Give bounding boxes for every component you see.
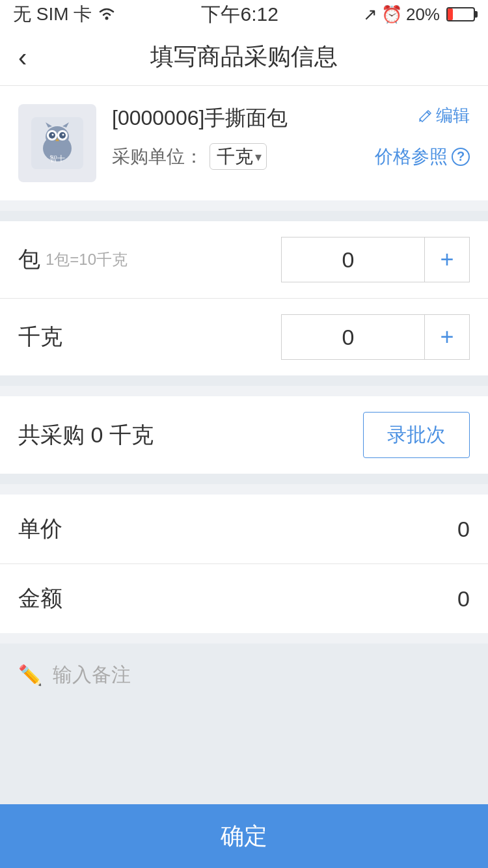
unit-select[interactable]: 千克 — [210, 143, 267, 170]
amount-value: 0 — [457, 586, 470, 612]
status-left: 无 SIM 卡 — [13, 2, 116, 27]
unit-price-value: 0 — [457, 517, 470, 542]
svg-text:智十: 智十 — [49, 154, 65, 163]
price-section: 单价 0 金额 0 — [0, 495, 488, 633]
bag-plus-button[interactable]: + — [424, 237, 470, 282]
summary-section: 共采购 0 千克 录批次 — [0, 396, 488, 474]
amount-row: 金额 0 — [0, 564, 488, 633]
bag-label: 包 — [18, 245, 40, 275]
svg-point-9 — [62, 134, 64, 136]
svg-point-8 — [52, 134, 54, 136]
kg-quantity-input[interactable] — [281, 314, 424, 360]
product-top-row: [0000006]手撕面包 编辑 — [112, 104, 470, 133]
product-name: [0000006]手撕面包 — [112, 104, 288, 133]
bag-quantity-input[interactable] — [281, 237, 424, 282]
price-ref-label: 价格参照 — [375, 144, 448, 169]
nav-bar: ‹ 填写商品采购信息 — [0, 29, 488, 86]
purchase-unit-label: 采购单位： — [112, 144, 203, 169]
location-icon: ↗ — [363, 5, 377, 25]
section-divider-1 — [0, 211, 488, 221]
bag-input-row: 包 1包=10千克 + — [0, 221, 488, 299]
page-title: 填写商品采购信息 — [150, 41, 338, 73]
unit-select-wrapper[interactable]: 千克 — [210, 143, 267, 170]
product-section: 智十 [0000006]手撕面包 编辑 采购单位： 千克 — [0, 86, 488, 200]
edit-button[interactable]: 编辑 — [418, 104, 470, 127]
record-batch-button[interactable]: 录批次 — [363, 412, 470, 458]
price-ref-help-icon: ? — [452, 148, 470, 166]
status-bar: 无 SIM 卡 下午6:12 ↗ ⏰ 20% — [0, 0, 488, 29]
kg-label: 千克 — [18, 322, 62, 352]
section-divider-3 — [0, 474, 488, 484]
purchase-unit: 采购单位： 千克 — [112, 143, 267, 170]
unit-price-row: 单价 0 — [0, 495, 488, 564]
svg-point-0 — [105, 17, 109, 20]
confirm-label: 确定 — [221, 821, 267, 852]
kg-plus-button[interactable]: + — [424, 314, 470, 360]
kg-input-row: 千克 + — [0, 299, 488, 375]
status-right: ↗ ⏰ 20% — [363, 5, 475, 25]
edit-icon — [418, 109, 432, 123]
alarm-icon: ⏰ — [381, 5, 402, 25]
kg-input-right: + — [281, 314, 470, 360]
section-divider-2 — [0, 375, 488, 386]
summary-row: 共采购 0 千克 录批次 — [0, 396, 488, 474]
bag-input-right: + — [281, 237, 470, 282]
wifi-icon — [97, 4, 116, 25]
price-ref-button[interactable]: 价格参照 ? — [375, 144, 470, 169]
summary-label: 共采购 0 千克 — [18, 420, 154, 450]
product-thumbnail: 智十 — [18, 104, 96, 182]
confirm-bar[interactable]: 确定 — [0, 804, 488, 868]
pencil-icon: ✏️ — [18, 664, 42, 686]
bag-sublabel: 1包=10千克 — [46, 249, 128, 270]
battery-icon — [446, 7, 475, 21]
back-button[interactable]: ‹ — [18, 44, 27, 70]
note-section[interactable]: ✏️ 输入备注 — [0, 644, 488, 707]
no-sim-label: 无 SIM 卡 — [13, 2, 92, 27]
edit-label: 编辑 — [436, 104, 470, 127]
product-meta: 采购单位： 千克 价格参照 ? — [112, 143, 470, 170]
input-section: 包 1包=10千克 + 千克 + — [0, 221, 488, 375]
unit-price-label: 单价 — [18, 514, 62, 544]
amount-label: 金额 — [18, 584, 62, 614]
status-time: 下午6:12 — [201, 1, 278, 28]
product-info: [0000006]手撕面包 编辑 采购单位： 千克 价格 — [112, 104, 470, 170]
battery-percent: 20% — [406, 5, 440, 25]
note-placeholder: 输入备注 — [53, 662, 131, 688]
